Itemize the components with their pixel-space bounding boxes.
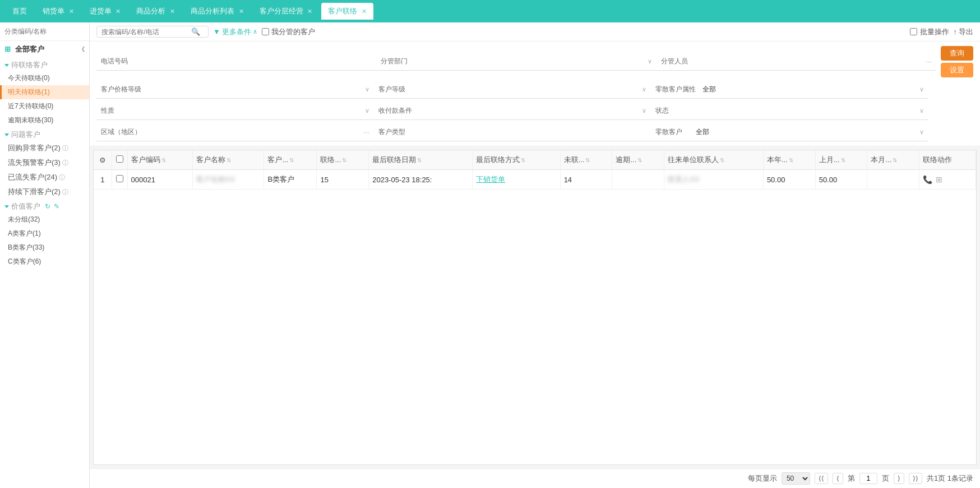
cell-last-method[interactable]: 下销货单 — [473, 170, 561, 190]
problem-expand-icon[interactable] — [4, 133, 9, 136]
value-refresh-icon[interactable]: ↻ — [45, 202, 50, 210]
nav-customer-layer-close[interactable]: ✕ — [307, 8, 312, 15]
cell-actions: 📞 ⊞ — [919, 170, 976, 190]
first-page-btn[interactable]: ⟨⟨ — [815, 473, 828, 484]
export-btn[interactable]: ↑ 导出 — [954, 27, 974, 37]
sort-last-method-icon[interactable]: ⇅ — [521, 157, 525, 163]
manager-dots[interactable]: ··· — [926, 57, 932, 66]
col-checkbox[interactable] — [112, 150, 127, 170]
value-expand-icon[interactable] — [4, 205, 9, 208]
col-code: 客户编码⇅ — [127, 150, 192, 170]
col-overdue: 逾期...⇅ — [612, 150, 664, 170]
sidebar-item-ungrouped[interactable]: 未分组(32) — [0, 213, 89, 227]
phone-action-icon[interactable]: 📞 — [923, 175, 932, 184]
nav-home[interactable]: 首页 — [6, 3, 34, 20]
cell-checkbox[interactable] — [112, 170, 127, 190]
batch-checkbox[interactable] — [910, 28, 917, 35]
search-wrap: 🔍 — [96, 26, 209, 38]
cell-num: 1 — [94, 170, 112, 190]
price-level-cell: 客户价格等级 ∨ — [96, 81, 374, 99]
nature-chevron[interactable]: ∨ — [365, 107, 369, 114]
my-customers-checkbox[interactable] — [262, 28, 269, 35]
nav-customer-contact-close[interactable]: ✕ — [362, 8, 367, 15]
prev-page-btn[interactable]: ⟨ — [833, 473, 843, 484]
more-action-icon[interactable]: ⊞ — [936, 175, 942, 184]
nav-sales[interactable]: 销货单 ✕ — [36, 3, 81, 20]
customer-level-chevron[interactable]: ∨ — [642, 86, 646, 93]
nav-purchase[interactable]: 进货单 ✕ — [83, 3, 128, 20]
sort-unlink-icon[interactable]: ⇅ — [585, 157, 590, 163]
search-icon[interactable]: 🔍 — [191, 27, 200, 36]
nav-goods-analysis-list-close[interactable]: ✕ — [239, 8, 244, 15]
nav-goods-analysis-close[interactable]: ✕ — [170, 8, 175, 15]
more-conditions-chevron: ∧ — [253, 28, 257, 35]
nav-sales-close[interactable]: ✕ — [69, 8, 74, 15]
cell-last-month: 50.00 — [815, 170, 867, 190]
retail-attr-chevron[interactable]: ∨ — [919, 86, 924, 93]
nav-goods-analysis[interactable]: 商品分析 ✕ — [130, 3, 182, 20]
sidebar-all-customers[interactable]: ⊞ 全部客户 《 — [0, 41, 89, 58]
col-this-month: 本月...⇅ — [867, 150, 919, 170]
sidebar-item-tomorrow-pending[interactable]: 明天待联络(1) — [0, 85, 89, 99]
region-dots[interactable]: ··· — [363, 128, 369, 136]
dept-label: 分管部门 — [381, 57, 414, 66]
sort-this-year-icon[interactable]: ⇅ — [789, 157, 793, 163]
dept-chevron[interactable]: ∨ — [648, 58, 652, 65]
nav-customer-layer[interactable]: 客户分层经营 ✕ — [253, 3, 320, 20]
sort-code-icon[interactable]: ⇅ — [161, 157, 166, 163]
set-button[interactable]: 设置 — [941, 63, 973, 77]
more-conditions-btn[interactable]: ▼ 更多条件 ∧ — [213, 27, 257, 37]
sidebar-item-loss-warning[interactable]: 流失预警客户(3) ⓘ — [0, 155, 89, 170]
query-button[interactable]: 查询 — [941, 46, 973, 61]
price-level-chevron[interactable]: ∨ — [365, 86, 369, 93]
sort-last-date-icon[interactable]: ⇅ — [417, 157, 422, 163]
sort-contacts-icon[interactable]: ⇅ — [342, 157, 346, 163]
payment-chevron[interactable]: ∨ — [642, 107, 646, 114]
sidebar-item-repurchase-abnormal[interactable]: 回购异常客户(2) ⓘ — [0, 141, 89, 155]
next-page-btn[interactable]: ⟩ — [894, 473, 904, 484]
sort-type-icon[interactable]: ⇅ — [289, 157, 294, 163]
row-checkbox[interactable] — [116, 175, 123, 182]
customer-level-cell: 客户等级 ∨ — [374, 81, 651, 99]
help-icon-1: ⓘ — [62, 145, 68, 151]
sidebar-item-b-class[interactable]: B类客户(33) — [0, 241, 89, 255]
status-label: 状态 — [655, 106, 689, 116]
last-page-btn[interactable]: ⟩⟩ — [909, 473, 922, 484]
payment-label: 收付款条件 — [378, 106, 412, 116]
sidebar-item-overdue-pending[interactable]: 逾期未联络(30) — [0, 113, 89, 127]
batch-op-btn[interactable]: 批量操作 — [910, 27, 949, 37]
sort-contact-person-icon[interactable]: ⇅ — [720, 157, 724, 163]
region-label: 区域（地区） — [101, 127, 141, 137]
select-all-checkbox[interactable] — [116, 155, 123, 163]
sidebar-search-input[interactable] — [4, 27, 89, 35]
manager-label: 分管人员 — [661, 57, 695, 66]
my-customers-toggle[interactable]: 我分管的客户 — [262, 27, 315, 37]
nav-purchase-close[interactable]: ✕ — [115, 8, 121, 15]
sidebar-item-declining[interactable]: 持续下滑客户(2) ⓘ — [0, 185, 89, 199]
sidebar-item-7day-pending[interactable]: 近7天待联络(0) — [0, 99, 89, 113]
page-input[interactable] — [859, 473, 877, 484]
sort-last-month-icon[interactable]: ⇅ — [841, 157, 845, 163]
sidebar-item-lost-customers[interactable]: 已流失客户(24) ⓘ — [0, 170, 89, 185]
sidebar-item-c-class[interactable]: C类客户(6) — [0, 255, 89, 269]
sort-overdue-icon[interactable]: ⇅ — [637, 157, 642, 163]
retail-chevron[interactable]: ∨ — [919, 128, 924, 136]
retail-cell: 零散客户 全部 ∨ — [651, 123, 928, 141]
nav-customer-contact[interactable]: 客户联络 ✕ — [321, 3, 373, 20]
search-input[interactable] — [101, 28, 191, 36]
status-chevron[interactable]: ∨ — [919, 107, 924, 114]
sort-name-icon[interactable]: ⇅ — [226, 157, 231, 163]
sidebar-collapse-icon[interactable]: 《 — [78, 45, 85, 54]
sidebar-item-today-pending[interactable]: 今天待联络(0) — [0, 71, 89, 85]
dept-filter-cell: 分管部门 ∨ — [376, 53, 656, 71]
nav-goods-analysis-list[interactable]: 商品分析列表 ✕ — [184, 3, 251, 20]
col-contacts: 联络...⇅ — [317, 150, 369, 170]
sidebar-item-a-class[interactable]: A类客户(1) — [0, 227, 89, 241]
col-type: 客户...⇅ — [264, 150, 317, 170]
value-edit-icon[interactable]: ✎ — [54, 202, 59, 210]
per-page-select[interactable]: 50 100 — [782, 472, 810, 485]
sort-this-month-icon[interactable]: ⇅ — [893, 157, 897, 163]
pending-expand-icon[interactable] — [4, 64, 9, 67]
col-gear[interactable]: ⚙ — [94, 150, 112, 170]
last-method-link[interactable]: 下销货单 — [476, 175, 505, 183]
